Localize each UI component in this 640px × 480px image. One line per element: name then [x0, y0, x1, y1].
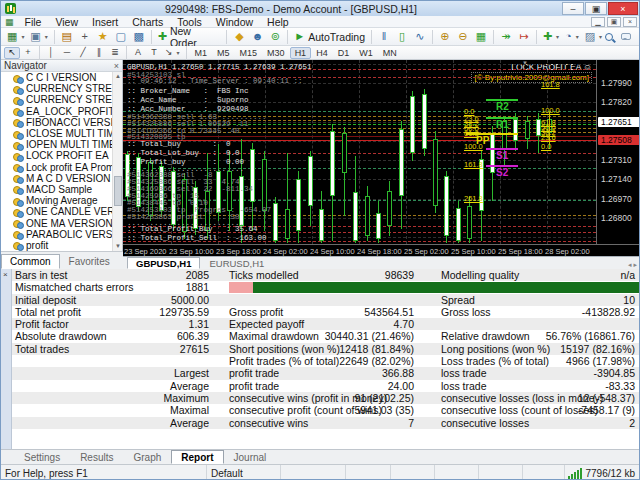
vertical-line-button[interactable]: │: [43, 47, 59, 59]
mt4-window: 9290498: FBS-Demo - Demo Account - [GBPU…: [0, 0, 640, 480]
menu-view[interactable]: View: [48, 16, 85, 28]
navigator-item[interactable]: ONE MA VERSION: [1, 217, 113, 228]
horizontal-line-button[interactable]: ─: [59, 47, 75, 59]
time-axis[interactable]: 23 Sep 202023 Sep 10:0023 Sep 18:0024 Se…: [123, 244, 640, 256]
scroll-up-icon[interactable]: ▲: [113, 72, 123, 81]
navigator-item[interactable]: M A C D VERSION: [1, 173, 113, 184]
timeframe-m30-button[interactable]: M30: [262, 47, 290, 59]
navigator-item[interactable]: Lock profit EA Promo: [1, 162, 113, 173]
tester-tab-report[interactable]: Report: [171, 450, 223, 464]
profiles-button[interactable]: ▣▾: [27, 29, 50, 45]
navigator-item[interactable]: Moving Average: [1, 195, 113, 206]
tester-tab-results[interactable]: Results: [70, 450, 123, 464]
child-close-button[interactable]: ×: [623, 17, 637, 27]
tester-tab-journal[interactable]: Journal: [224, 450, 277, 464]
line-chart-button[interactable]: ∿: [411, 29, 429, 45]
timeframe-m1-button[interactable]: M1: [190, 47, 213, 59]
search-icon[interactable]: [605, 33, 613, 41]
metaeditor-button[interactable]: ◆: [230, 29, 248, 45]
terminal-button[interactable]: ▢: [112, 29, 130, 45]
price-axis[interactable]: 1.27651 1.27508 1.279901.278201.273101.2…: [596, 60, 640, 244]
market-watch-button[interactable]: ▤: [58, 29, 76, 45]
close-button[interactable]: ×: [608, 2, 638, 15]
trendline-button[interactable]: ╱: [75, 47, 91, 59]
fibonacci-button[interactable]: ≣: [107, 47, 123, 59]
menu-insert[interactable]: Insert: [85, 16, 125, 28]
crosshair-button[interactable]: +: [20, 47, 36, 59]
timeframe-h1-button[interactable]: H1: [290, 47, 312, 59]
navigator-tab-common[interactable]: Common: [1, 254, 60, 269]
report-cell: 5941.03 (35): [297, 404, 414, 416]
community-button[interactable]: ☻: [248, 29, 266, 45]
tab-scroll-icons[interactable]: ◂ ▸: [628, 261, 640, 269]
tester-tab-settings[interactable]: Settings: [14, 450, 70, 464]
indicators-button[interactable]: ✚▾: [540, 29, 562, 45]
scrollbar-thumb[interactable]: [114, 176, 122, 206]
navigator-item-label: ONE CANDLE VERSIC: [26, 206, 113, 217]
maximize-button[interactable]: ▣: [585, 2, 607, 15]
data-window-button[interactable]: +: [76, 29, 94, 45]
periods-button[interactable]: ◔▾: [562, 29, 582, 45]
navigator-item[interactable]: PARABOLIC VERSION: [1, 229, 113, 240]
text-label-button[interactable]: T: [146, 47, 162, 59]
navigator-header[interactable]: Navigator ×: [1, 60, 122, 72]
child-minimize-button[interactable]: ▁: [591, 17, 605, 27]
navigator-close-icon[interactable]: ×: [114, 61, 119, 71]
navigator-item[interactable]: MACD Sample: [1, 184, 113, 195]
navigator-item[interactable]: FIBONACCI VERSION: [1, 117, 113, 128]
navigator-item[interactable]: ICLOSE MULTI TIMEF: [1, 128, 113, 139]
templates-button[interactable]: ▨▾: [582, 29, 605, 45]
chart-plot[interactable]: ▼ LOCK PROFIT EA ☺ [© By:putrivio.2009@g…: [123, 60, 596, 244]
new-order-button[interactable]: ✚New Order: [155, 29, 224, 45]
menu-file[interactable]: File: [18, 16, 49, 28]
channel-button[interactable]: ∥: [91, 47, 107, 59]
timeframe-d1-button[interactable]: D1: [333, 47, 355, 59]
horizontal-line-icon: ─: [64, 48, 70, 57]
chart-tab-gbpusd-h1[interactable]: GBPUSD,H1: [127, 257, 200, 269]
mql5-button[interactable]: ⊚: [266, 29, 284, 45]
timeframe-h4-button[interactable]: H4: [311, 47, 333, 59]
navigator-item-label: IOPEN MULTI TIMEFF: [26, 139, 113, 150]
navigator-item[interactable]: C C I VERSION: [1, 72, 113, 83]
navigator-item[interactable]: profit: [1, 240, 113, 251]
candlestick-chart-button[interactable]: ▯: [393, 29, 411, 45]
chart-shift-button[interactable]: ↦: [515, 29, 533, 45]
tester-tab-graph[interactable]: Graph: [124, 450, 172, 464]
navigator-item[interactable]: CURRENCY STRENGT: [1, 83, 113, 94]
status-cell: Default: [207, 465, 281, 480]
fib-level-label: 261.8: [464, 194, 483, 203]
navigator-item[interactable]: LOCK PROFIT EA: [1, 150, 113, 161]
navigator-item[interactable]: EA_LOCK_PROFIT: [1, 106, 113, 117]
zoom-in-button[interactable]: ⊕: [436, 29, 454, 45]
timeframe-mn-button[interactable]: MN: [378, 47, 402, 59]
navigator-tab-favorites[interactable]: Favorites: [60, 254, 119, 269]
text-button[interactable]: A: [130, 47, 146, 59]
minimize-button[interactable]: –: [562, 2, 584, 15]
cursor-button[interactable]: ↖: [4, 47, 20, 59]
zoom-out-button[interactable]: ⊖: [454, 29, 472, 45]
autotrading-button[interactable]: ►AutoTrading: [291, 29, 367, 45]
navigator-scrollbar[interactable]: ▲ ▼: [112, 72, 122, 251]
tester-close-icon[interactable]: ×: [3, 270, 8, 279]
new-chart-button[interactable]: ▦▾: [4, 29, 27, 45]
timeframe-m5-button[interactable]: M5: [212, 47, 235, 59]
navigator-button[interactable]: ★: [94, 29, 112, 45]
navigator-item[interactable]: ONE CANDLE VERSIC: [1, 206, 113, 217]
timeframe-w1-button[interactable]: W1: [354, 47, 378, 59]
chat-icon[interactable]: [621, 33, 631, 40]
scroll-down-icon[interactable]: ▼: [113, 242, 123, 251]
navigator-item[interactable]: CURRENCY STRENGT: [1, 94, 113, 105]
timeframe-m15-button[interactable]: M15: [235, 47, 263, 59]
auto-scroll-button[interactable]: ↠: [497, 29, 515, 45]
tile-windows-button[interactable]: ▦: [472, 29, 490, 45]
chart-tab-eurusd-h1[interactable]: EURUSD,H1: [200, 257, 273, 269]
strategy-tester-button[interactable]: ▩: [130, 29, 148, 45]
menu-help[interactable]: Help: [260, 16, 296, 28]
arrows-button[interactable]: ↘▾: [162, 47, 183, 59]
bar-chart-button[interactable]: ǁ: [375, 29, 393, 45]
child-restore-button[interactable]: ▣: [607, 17, 621, 27]
navigator-item[interactable]: IOPEN MULTI TIMEFF: [1, 139, 113, 150]
report-cell: profit trade: [229, 380, 279, 392]
menu-charts[interactable]: Charts: [125, 16, 170, 28]
title-bar[interactable]: 9290498: FBS-Demo - Demo Account - [GBPU…: [1, 1, 639, 16]
